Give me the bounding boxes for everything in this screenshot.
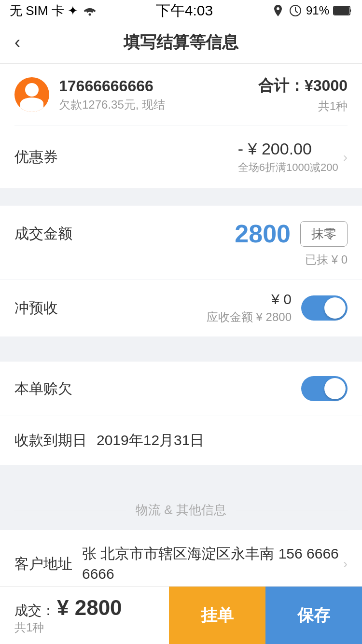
battery-text: 91% [306, 4, 329, 17]
status-time: 下午4:03 [156, 1, 213, 21]
footer-amount: ¥ 2800 [57, 596, 122, 620]
amount-value: 2800 [235, 219, 291, 248]
status-left: 无 SIM 卡 ✦ [10, 2, 97, 19]
prepay-value-block: ¥ 0 应收金额 ¥ 2800 [207, 291, 292, 325]
avatar-head [25, 83, 39, 97]
footer-deal-row: 成交： ¥ 2800 [14, 596, 154, 620]
customer-right: 合计：¥3000 共1种 [258, 75, 348, 114]
avatar [14, 77, 49, 112]
customer-sub: 欠款1276.35元, 现结 [59, 97, 165, 112]
logistics-section: 物流 & 其他信息 [0, 490, 362, 530]
footer-deal-label: 成交： [14, 602, 55, 620]
coupon-desc: 全场6折满1000减200 [238, 160, 338, 175]
avatar-person [20, 77, 43, 112]
section-sep-2 [0, 344, 362, 354]
prepay-row: 冲预收 ¥ 0 应收金额 ¥ 2800 [14, 291, 348, 325]
chevron-right-icon: › [343, 150, 348, 165]
amount-label: 成交金额 [14, 224, 72, 244]
address-value: 张 北京市市辖区海淀区永丰南 156 6666 6666 [82, 544, 343, 584]
coupon-info: - ¥ 200.00 全场6折满1000减200 [238, 140, 338, 175]
prepay-toggle[interactable] [301, 295, 348, 321]
footer-bar: 成交： ¥ 2800 共1种 挂单 保存 [0, 586, 362, 644]
status-bar: 无 SIM 卡 ✦ 下午4:03 91% [0, 0, 362, 21]
battery-icon [333, 5, 352, 16]
due-label: 收款到期日 [14, 431, 87, 450]
address-chevron-icon: › [343, 556, 348, 572]
section-sep-3 [0, 473, 362, 482]
due-value: 2019年12月31日 [97, 431, 204, 450]
wifi-icon [82, 5, 97, 16]
clock-icon [289, 4, 302, 17]
amount-right: 2800 抹零 [235, 219, 348, 248]
credit-label: 本单赊欠 [14, 379, 72, 399]
save-button[interactable]: 保存 [265, 587, 362, 644]
logistics-label: 物流 & 其他信息 [136, 502, 226, 518]
customer-row: 17666666666 欠款1276.35元, 现结 合计：¥3000 共1种 [0, 64, 362, 126]
coupon-amount: - ¥ 200.00 [238, 140, 338, 158]
prepay-sub: 应收金额 ¥ 2800 [207, 309, 292, 325]
coupon-right: - ¥ 200.00 全场6折满1000减200 › [238, 140, 348, 175]
svg-rect-3 [334, 7, 349, 14]
no-sim-text: 无 SIM 卡 ✦ [10, 2, 78, 19]
amount-card: 成交金额 2800 抹零 已抹 ¥ 0 冲预收 ¥ 0 应收金额 ¥ 2800 [0, 206, 362, 336]
prepay-label: 冲预收 [14, 298, 58, 318]
address-label: 客户地址 [14, 554, 72, 574]
prepay-right: ¥ 0 应收金额 ¥ 2800 [207, 291, 348, 325]
back-button[interactable]: ‹ [14, 32, 20, 53]
nav-bar: ‹ 填写结算等信息 [0, 21, 362, 64]
credit-section: 本单赊欠 [0, 362, 362, 416]
avatar-body [20, 98, 43, 112]
logistics-line-left [14, 510, 126, 510]
footer-count: 共1种 [14, 620, 154, 635]
due-section: 收款到期日 2019年12月31日 [0, 416, 362, 465]
customer-phone: 17666666666 [59, 77, 165, 95]
svg-point-0 [88, 14, 91, 16]
status-right: 91% [271, 4, 352, 17]
hold-button[interactable]: 挂单 [169, 587, 265, 644]
content: 17666666666 欠款1276.35元, 现结 合计：¥3000 共1种 … [0, 64, 362, 644]
due-row: 收款到期日 2019年12月31日 [14, 431, 348, 450]
location-icon [271, 4, 285, 17]
customer-info: 17666666666 欠款1276.35元, 现结 [59, 77, 165, 112]
prepay-section: 冲预收 ¥ 0 应收金额 ¥ 2800 [0, 279, 362, 336]
amount-sub: 已抹 ¥ 0 [14, 252, 348, 267]
customer-left: 17666666666 欠款1276.35元, 现结 [14, 77, 165, 112]
logistics-line-right [236, 510, 348, 510]
coupon-label: 优惠券 [14, 147, 58, 167]
amount-section: 成交金额 2800 抹零 已抹 ¥ 0 [0, 206, 362, 279]
prepay-amount: ¥ 0 [207, 291, 292, 308]
section-sep-1 [0, 196, 362, 206]
total-amount: 合计：¥3000 [258, 75, 348, 97]
round-button[interactable]: 抹零 [300, 221, 348, 247]
total-count: 共1种 [258, 98, 348, 114]
credit-card: 本单赊欠 收款到期日 2019年12月31日 [0, 362, 362, 465]
credit-toggle[interactable] [301, 376, 348, 401]
page-title: 填写结算等信息 [124, 31, 238, 54]
customer-card: 17666666666 欠款1276.35元, 现结 合计：¥3000 共1种 … [0, 64, 362, 188]
footer-info: 成交： ¥ 2800 共1种 [0, 596, 169, 635]
coupon-row[interactable]: 优惠券 - ¥ 200.00 全场6折满1000减200 › [0, 126, 362, 188]
amount-row: 成交金额 2800 抹零 [14, 219, 348, 248]
